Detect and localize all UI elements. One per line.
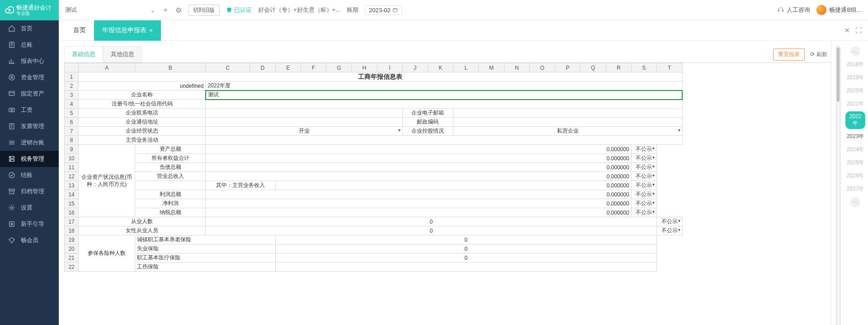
col-F[interactable]: F <box>301 63 326 72</box>
row-16[interactable]: 16 <box>65 208 79 217</box>
row-12[interactable]: 12 <box>65 172 79 181</box>
year-2022年[interactable]: 2022年 <box>845 111 865 129</box>
subtab-other[interactable]: 其他信息 <box>103 46 142 62</box>
col-M[interactable]: M <box>479 63 504 72</box>
switch-old-button[interactable]: 切到旧版 <box>188 5 220 16</box>
col-O[interactable]: O <box>529 63 555 72</box>
close-icon[interactable]: × <box>149 27 153 34</box>
row-6[interactable]: 6 <box>65 118 79 127</box>
disclose-cell[interactable]: 不公示 <box>631 181 656 190</box>
year-2023年[interactable]: 2023年 <box>843 130 868 143</box>
nav-guide[interactable]: 新手引导 <box>0 216 59 232</box>
disclose-cell[interactable]: 不公示 <box>631 163 656 172</box>
col-K[interactable]: K <box>428 63 453 72</box>
col-Q[interactable]: Q <box>580 63 606 72</box>
year-up-icon[interactable]: ︿ <box>850 46 860 56</box>
reset-button[interactable]: 重置报表 <box>773 48 805 61</box>
col-I[interactable]: I <box>377 63 402 72</box>
row-17[interactable]: 17 <box>65 217 79 226</box>
home-icon <box>8 25 15 32</box>
nav-salary[interactable]: 工资 <box>0 102 59 118</box>
row-11[interactable]: 11 <box>65 163 79 172</box>
disclose-cell[interactable]: 不公示 <box>631 172 656 181</box>
col-L[interactable]: L <box>453 63 479 72</box>
col-A[interactable]: A <box>79 63 135 72</box>
row-18[interactable]: 18 <box>65 226 79 235</box>
row-1[interactable]: 1 <box>65 72 79 81</box>
gear-icon[interactable]: ⚙ <box>175 6 182 14</box>
col-D[interactable]: D <box>250 63 275 72</box>
chevron-down-icon: ⌄ <box>150 6 156 14</box>
vertical-scrollbar[interactable] <box>831 41 843 325</box>
tab-annual-report[interactable]: 年报信息申报表 × <box>94 20 161 41</box>
company-name-cell[interactable]: 测试 <box>206 91 682 100</box>
nav-report[interactable]: 报表中心 <box>0 53 59 69</box>
col-H[interactable]: H <box>352 63 377 72</box>
row-3[interactable]: 3 <box>65 91 79 100</box>
row-15[interactable]: 15 <box>65 199 79 208</box>
nav-archive[interactable]: 归档管理 <box>0 183 59 200</box>
tab-home[interactable]: 首页 <box>65 20 94 41</box>
disclose-cell[interactable]: 不公示 <box>631 208 656 217</box>
col-E[interactable]: E <box>275 63 301 72</box>
vip-icon <box>8 237 15 244</box>
nav-home[interactable]: 首页 <box>0 20 59 37</box>
disclose-cell[interactable]: 不公示 <box>631 199 656 208</box>
nav-stock[interactable]: 进销台账 <box>0 134 59 151</box>
row-20[interactable]: 20 <box>65 244 79 253</box>
disclose-cell[interactable]: 不公示 <box>631 190 656 199</box>
col-J[interactable]: J <box>402 63 428 72</box>
nav-vip[interactable]: 畅会员 <box>0 232 59 249</box>
report-icon <box>8 57 15 65</box>
row-19[interactable]: 19 <box>65 235 79 244</box>
support-link[interactable]: 人工咨询 <box>778 6 810 14</box>
col-B[interactable]: B <box>135 63 206 72</box>
corner-cell[interactable] <box>65 63 79 72</box>
row-13[interactable]: 13 <box>65 181 79 190</box>
main: 测试 ⌄ ＋ ⚙ 切到旧版 已认证 好会计（专）+好生意（标）+... 账期 2… <box>59 0 868 325</box>
row-22[interactable]: 22 <box>65 263 79 272</box>
disclose-cell[interactable]: 不公示 <box>631 154 656 163</box>
row-7[interactable]: 7 <box>65 127 79 136</box>
spreadsheet[interactable]: ABCDEFGHIJKLMNOPQRST 1工商年报信息表2undefined2… <box>64 62 831 325</box>
nav-settings[interactable]: 设置 <box>0 200 59 216</box>
nav-invoice[interactable]: 发票管理 <box>0 118 59 134</box>
col-N[interactable]: N <box>504 63 529 72</box>
row-10[interactable]: 10 <box>65 154 79 163</box>
col-T[interactable]: T <box>657 63 682 72</box>
fullscreen-icon[interactable]: ⛶ <box>855 27 862 34</box>
refresh-button[interactable]: ⟳ 刷新 <box>810 51 827 58</box>
row-21[interactable]: 21 <box>65 253 79 263</box>
row-4[interactable]: 4 <box>65 100 79 109</box>
disclose-cell[interactable]: 不公示 <box>657 217 682 226</box>
col-P[interactable]: P <box>555 63 580 72</box>
nav-asset[interactable]: 固定资产 <box>0 86 59 102</box>
period-selector[interactable]: 2023-02 <box>365 5 402 15</box>
row-8[interactable]: 8 <box>65 136 79 145</box>
brand-logo: 畅捷通好会计 专业版 <box>0 0 59 20</box>
row-9[interactable]: 9 <box>65 145 79 154</box>
disclose-cell[interactable]: 不公示 <box>657 226 682 235</box>
disclose-cell[interactable]: 不公示 <box>631 145 656 154</box>
nav-tax[interactable]: 税务管理 <box>0 151 59 167</box>
col-R[interactable]: R <box>606 63 631 72</box>
col-G[interactable]: G <box>326 63 352 72</box>
user-menu[interactable]: 畅捷通B组... <box>816 5 862 15</box>
row-2[interactable]: 2 <box>65 81 79 91</box>
col-S[interactable]: S <box>631 63 656 72</box>
invoice-icon <box>8 123 15 130</box>
nav-fund[interactable]: 资金管理 <box>0 69 59 86</box>
nav: 首页总账报表中心资金管理固定资产工资发票管理进销台账税务管理结账归档管理设置新手… <box>0 20 59 325</box>
nav-close[interactable]: 结账 <box>0 167 59 183</box>
row-14[interactable]: 14 <box>65 190 79 199</box>
add-icon[interactable]: ＋ <box>162 5 169 15</box>
company-selector[interactable]: 测试 ⌄ <box>65 4 156 16</box>
brand-name: 畅捷通好会计 <box>16 5 52 11</box>
row-5[interactable]: 5 <box>65 109 79 118</box>
year-down-icon[interactable]: ﹀ <box>850 197 860 207</box>
nav-ledger[interactable]: 总账 <box>0 37 59 53</box>
close-all-icon[interactable]: ✕ <box>844 27 850 34</box>
subtab-basic[interactable]: 基础信息 <box>64 46 103 62</box>
brand-sub: 专业版 <box>16 11 52 16</box>
col-C[interactable]: C <box>206 63 250 72</box>
